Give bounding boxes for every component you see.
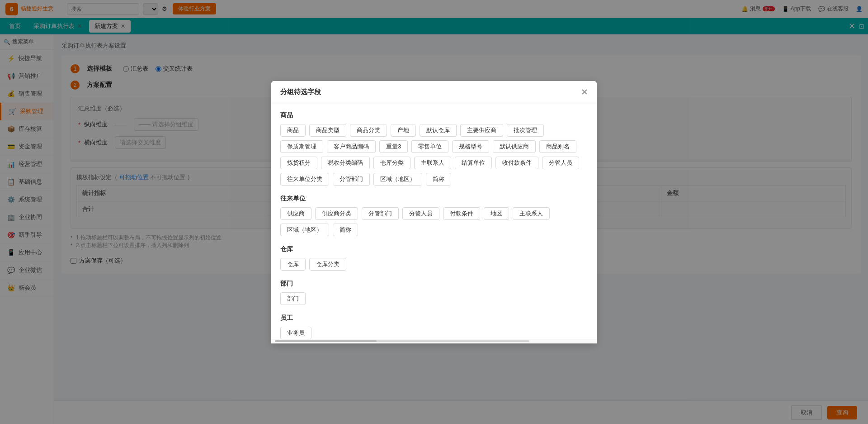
chip-default-warehouse[interactable]: 默认仓库 (420, 124, 457, 137)
modal-title: 分组待选字段 (280, 88, 321, 96)
field-section-department: 部门 部门 (280, 280, 588, 305)
field-section-goods: 商品 商品 商品类型 商品分类 产地 默认仓库 主要供应商 批次管理 保质期管理… (280, 111, 588, 186)
chip-dept[interactable]: 分管部门 (333, 173, 370, 186)
chip-goods-type[interactable]: 商品类型 (309, 124, 346, 137)
chip-tax-code[interactable]: 税收分类编码 (321, 157, 370, 169)
modal-close-button[interactable]: ✕ (581, 87, 588, 97)
chip-spec-model[interactable]: 规格型号 (452, 140, 489, 153)
chip-partner-supervisor[interactable]: 分管人员 (402, 207, 439, 220)
chip-region[interactable]: 区域（地区） (373, 173, 422, 186)
chip-partner-contact[interactable]: 主联系人 (513, 207, 550, 220)
chip-main-contact[interactable]: 主联系人 (414, 157, 451, 169)
chip-department[interactable]: 部门 (280, 292, 306, 305)
chip-warehouse-category[interactable]: 仓库分类 (373, 157, 410, 169)
chip-payment-terms[interactable]: 收付款条件 (495, 157, 538, 169)
field-section-department-title: 部门 (280, 280, 588, 288)
field-section-employee-title: 员工 (280, 314, 588, 322)
chip-goods[interactable]: 商品 (280, 124, 306, 137)
chip-short-name[interactable]: 简称 (426, 173, 451, 186)
modal: 分组待选字段 ✕ 商品 商品 商品类型 商品分类 产地 默认仓库 主要供应商 批… (271, 81, 597, 343)
chip-area[interactable]: 地区 (484, 207, 509, 220)
warehouse-chips: 仓库 仓库分类 (280, 258, 588, 271)
chip-settlement-unit[interactable]: 结算单位 (455, 157, 492, 169)
chip-partner-category[interactable]: 往来单位分类 (280, 173, 329, 186)
chip-origin[interactable]: 产地 (391, 124, 416, 137)
chip-supplier[interactable]: 供应商 (280, 207, 311, 220)
employee-chips: 业务员 (280, 327, 588, 339)
chip-batch-mgmt[interactable]: 批次管理 (507, 124, 544, 137)
chip-warehouse[interactable]: 仓库 (280, 258, 306, 271)
chip-default-supplier[interactable]: 默认供应商 (493, 140, 536, 153)
chip-retail-unit[interactable]: 零售单位 (411, 140, 448, 153)
chip-goods-category[interactable]: 商品分类 (350, 124, 387, 137)
chip-weight3[interactable]: 重量3 (379, 140, 408, 153)
chip-supplier-category[interactable]: 供应商分类 (315, 207, 358, 220)
chip-pick-points[interactable]: 拣货积分 (280, 157, 317, 169)
field-section-warehouse-title: 仓库 (280, 245, 588, 253)
modal-header: 分组待选字段 ✕ (271, 81, 597, 104)
field-section-goods-title: 商品 (280, 111, 588, 119)
chip-partner-dept[interactable]: 分管部门 (362, 207, 399, 220)
chip-supervisor[interactable]: 分管人员 (542, 157, 579, 169)
chip-goods-alias[interactable]: 商品别名 (539, 140, 576, 153)
chip-warehouse-cat[interactable]: 仓库分类 (309, 258, 346, 271)
field-section-employee: 员工 业务员 (280, 314, 588, 339)
field-section-partner: 往来单位 供应商 供应商分类 分管部门 分管人员 付款条件 地区 主联系人 区域… (280, 195, 588, 236)
chip-expiry-mgmt[interactable]: 保质期管理 (280, 140, 323, 153)
department-chips: 部门 (280, 292, 588, 305)
chip-partner-short[interactable]: 简称 (333, 224, 358, 236)
goods-chips: 商品 商品类型 商品分类 产地 默认仓库 主要供应商 批次管理 保质期管理 客户… (280, 124, 588, 186)
modal-hscroll[interactable] (271, 339, 597, 343)
chip-customer-code[interactable]: 客户商品编码 (327, 140, 376, 153)
chip-main-supplier[interactable]: 主要供应商 (460, 124, 503, 137)
chip-partner-region[interactable]: 区域（地区） (280, 224, 329, 236)
modal-body: 商品 商品 商品类型 商品分类 产地 默认仓库 主要供应商 批次管理 保质期管理… (271, 104, 597, 339)
field-section-partner-title: 往来单位 (280, 195, 588, 203)
modal-overlay: 分组待选字段 ✕ 商品 商品 商品类型 商品分类 产地 默认仓库 主要供应商 批… (0, 0, 868, 424)
chip-payment-condition[interactable]: 付款条件 (443, 207, 480, 220)
field-section-warehouse: 仓库 仓库 仓库分类 (280, 245, 588, 271)
partner-chips: 供应商 供应商分类 分管部门 分管人员 付款条件 地区 主联系人 区域（地区） … (280, 207, 588, 236)
chip-salesperson[interactable]: 业务员 (280, 327, 311, 339)
